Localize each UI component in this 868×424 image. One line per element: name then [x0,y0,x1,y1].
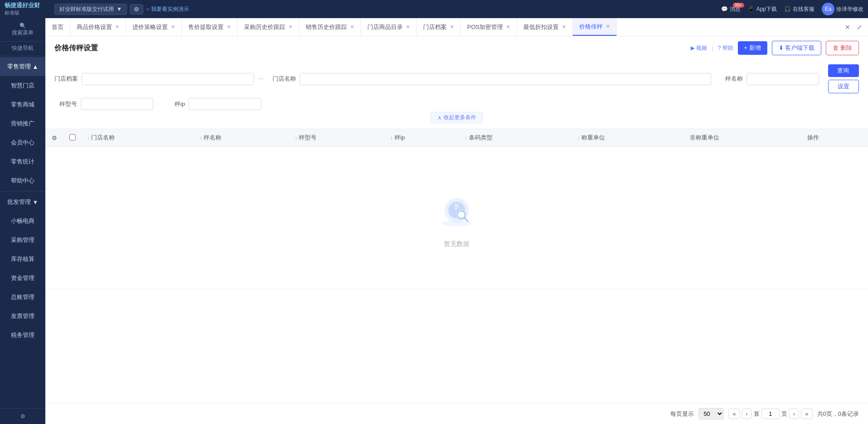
tab-close-icon[interactable]: ✕ [450,24,454,30]
store-name-input[interactable] [300,73,711,85]
total-info: 共0页，0条记录 [817,410,859,418]
sidebar-settings-button[interactable]: ⚙ [4,413,42,419]
chevron-down-icon: ▼ [117,6,122,12]
last-page-button[interactable]: » [801,409,812,419]
delete-button[interactable]: 🗑 删除 [826,41,859,55]
page-number-input[interactable] [761,409,780,419]
per-page-select[interactable]: 50 10 20 100 [698,408,724,419]
tab-close-icon[interactable]: ✕ [606,24,610,29]
arrow-down-icon: ▼ [33,199,39,206]
table-header-store-name[interactable]: ↕ 门店名称 [82,129,194,147]
tab-expand-button[interactable]: ⤢ [854,23,864,32]
tab-close-icon[interactable]: ✕ [350,24,354,30]
store-name-label: 门店名称 [273,75,296,83]
next-page-button[interactable]: › [789,409,799,419]
empty-state-text: 暂无数据 [444,240,469,248]
add-button[interactable]: + 新增 [738,41,767,55]
settings-button[interactable]: ⚙ [130,4,143,14]
table-header-operations: 操作 [802,129,868,147]
headset-icon: 🎧 [784,6,791,12]
message-icon: 💬 [721,6,728,12]
search-icon: 🔍 [20,23,26,29]
tab-close-icon[interactable]: ✕ [406,24,410,30]
app-logo: 畅捷通好业财 标准版 [5,2,40,16]
prev-page-button[interactable]: ‹ [742,409,752,419]
tab-min-discount[interactable]: 最低折扣设置 ✕ [517,18,573,36]
table-header-non-weight-unit: 非称重单位 [684,129,802,147]
tab-commodity-price-settings[interactable]: 商品价格设置 ✕ [70,18,126,36]
first-page-button[interactable]: « [728,409,740,419]
select-all-checkbox[interactable] [69,134,76,140]
tab-store-product-catalog[interactable]: 门店商品目录 ✕ [361,18,417,36]
svg-rect-8 [454,206,459,207]
tab-purchase-history-tracking[interactable]: 采购历史价跟踪 ✕ [238,18,299,36]
tab-pos-encryption[interactable]: POS加密管理 ✕ [461,18,517,36]
chevron-up-icon: ∧ [438,115,442,121]
sidebar-item-wholesale-management[interactable]: 批发管理 ▼ [0,193,45,212]
demo-button[interactable]: ○ 我要看实例演示 [146,5,189,13]
tab-close-icon[interactable]: ✕ [115,24,119,30]
tab-close-window-button[interactable]: ✕ [843,23,853,32]
tab-close-icon[interactable]: ✕ [562,24,566,30]
filter-settings-button[interactable]: 设置 [828,80,859,93]
page-title: 价格传秤设置 [54,43,98,53]
svg-rect-6 [453,202,461,212]
table-header-barcode-type[interactable]: ↕ 条码类型 [459,129,572,147]
sidebar-item-xiaochang-ecommerce[interactable]: 小畅电商 [0,212,45,231]
svg-rect-9 [454,208,458,209]
more-options-icon[interactable]: ··· [258,75,263,83]
scale-name-label: 秤名称 [720,75,743,83]
sidebar-item-retail-mall[interactable]: 零售商城 [0,95,45,114]
scale-model-label: 秤型号 [54,100,77,108]
sidebar-item-marketing[interactable]: 营销推广 [0,114,45,133]
table-header-weight-unit[interactable]: ↕ 称重单位 [572,129,684,147]
sidebar-item-purchase-management[interactable]: 采购管理 [0,231,45,250]
phone-icon: 📱 [748,6,755,12]
tab-home[interactable]: 首页 [45,18,70,36]
online-service-button[interactable]: 🎧 在线客服 [784,5,814,13]
scale-name-input[interactable] [746,73,819,85]
table-header-scale-name[interactable]: ↕ 秤名称 [194,129,289,147]
store-file-input[interactable] [82,73,254,85]
version-selector[interactable]: 好业财标准版交付试用 ▼ [54,4,127,15]
table-select-all[interactable] [63,129,82,147]
tab-close-icon[interactable]: ✕ [288,24,293,30]
user-menu-button[interactable]: Ea 徐泽华修改 [822,3,863,15]
sidebar-item-retail-stats[interactable]: 零售统计 [0,152,45,171]
sidebar-item-help-center[interactable]: 帮助中心 [0,171,45,190]
tab-close-icon[interactable]: ✕ [171,24,175,30]
sidebar-item-general-ledger[interactable]: 总账管理 [0,288,45,307]
help-link[interactable]: ? 帮助 [718,44,733,52]
tab-price-scale[interactable]: 价格传秤 ✕ [573,18,617,36]
tab-store-profile[interactable]: 门店档案 ✕ [417,18,461,36]
scale-ip-input[interactable] [189,98,261,110]
collapse-button[interactable]: ∧ 收起更多条件 [431,112,483,123]
messages-button[interactable]: 💬 消息 99+ [721,5,741,13]
tab-close-icon[interactable]: ✕ [227,24,231,30]
table-column-settings[interactable]: ⚙ [45,129,63,147]
tab-sales-history-tracking[interactable]: 销售历史价跟踪 ✕ [299,18,361,36]
scale-model-input[interactable] [81,98,153,110]
sidebar-search[interactable]: 🔍 搜索菜单 [0,18,45,42]
tab-price-extraction[interactable]: 售价提取设置 ✕ [182,18,238,36]
app-download-button[interactable]: 📱 App下载 [748,5,777,13]
sidebar-item-inventory-settlement[interactable]: 库存核算 [0,250,45,269]
tab-purchase-strategy[interactable]: 进价策略设置 ✕ [126,18,182,36]
sidebar-item-fund-management[interactable]: 资金管理 [0,269,45,288]
table-header-scale-ip[interactable]: ↕ 秤ip [385,129,459,147]
sidebar-item-tax-management[interactable]: 税务管理 [0,326,45,345]
sidebar-item-invoice-management[interactable]: 发票管理 [0,307,45,326]
sidebar-item-smart-store[interactable]: 智慧门店 [0,76,45,95]
page-unit-label: 页 [781,410,787,418]
client-download-button[interactable]: ⬇ 客户端下载 [772,41,822,55]
tab-close-icon[interactable]: ✕ [506,24,510,30]
sidebar-item-retail-management[interactable]: 零售管理 ▲ [0,57,45,76]
demo-icon: ○ [146,6,149,12]
page-number-label: 算 [754,410,760,418]
store-file-label: 门店档案 [54,75,78,83]
video-link[interactable]: ▶ 视频 [691,44,707,52]
table-header-scale-model[interactable]: ↕ 秤型号 [289,129,385,147]
sidebar-item-member-center[interactable]: 会员中心 [0,133,45,152]
query-button[interactable]: 查询 [828,64,859,77]
sidebar-quick-nav[interactable]: 快捷导航 [0,42,45,55]
